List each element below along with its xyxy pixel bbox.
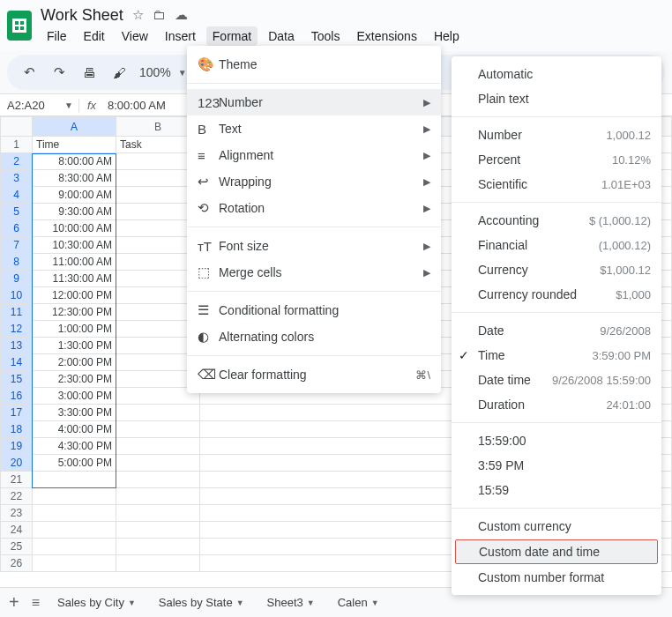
row-header-6[interactable]: 6 — [1, 220, 33, 237]
row-header-23[interactable]: 23 — [1, 505, 33, 522]
format-menu-merge-cells[interactable]: ⬚ Merge cells▶ — [187, 259, 441, 286]
format-menu-conditional-formatting[interactable]: ☰ Conditional formatting — [187, 297, 441, 323]
cell-B22[interactable] — [116, 488, 200, 505]
row-header-22[interactable]: 22 — [1, 488, 33, 505]
row-header-25[interactable]: 25 — [1, 539, 33, 555]
row-header-16[interactable]: 16 — [1, 388, 33, 405]
format-menu-number[interactable]: 123 Number▶ — [187, 89, 441, 115]
col-header-A[interactable]: A — [33, 117, 116, 137]
row-header-9[interactable]: 9 — [1, 271, 33, 287]
cell-A8[interactable]: 11:00:00 AM — [33, 254, 116, 271]
cell-B23[interactable] — [116, 505, 200, 522]
sheet-tab-sheet3[interactable]: Sheet3▼ — [262, 592, 320, 613]
menu-file[interactable]: File — [41, 26, 73, 46]
row-header-21[interactable]: 21 — [1, 472, 33, 488]
cell-A22[interactable] — [33, 488, 116, 505]
menu-tools[interactable]: Tools — [305, 26, 347, 46]
number-format-currency[interactable]: Currency$1,000.12 — [452, 257, 661, 282]
number-format-date-time[interactable]: Date time9/26/2008 15:59:00 — [452, 368, 661, 392]
fx-icon[interactable]: fx — [79, 99, 104, 112]
row-header-19[interactable]: 19 — [1, 438, 33, 455]
document-title[interactable]: Work Sheet — [41, 6, 123, 25]
row-header-3[interactable]: 3 — [1, 170, 33, 187]
sheet-tab-sales-by-state[interactable]: Sales by State▼ — [153, 592, 250, 613]
cell-A25[interactable] — [33, 539, 116, 555]
cell-A17[interactable]: 3:30:00 PM — [33, 405, 116, 421]
row-header-17[interactable]: 17 — [1, 405, 33, 421]
caret-down-icon[interactable]: ▼ — [64, 100, 73, 110]
number-format-automatic[interactable]: Automatic — [452, 62, 661, 86]
cell-A21[interactable] — [33, 472, 116, 488]
row-header-15[interactable]: 15 — [1, 371, 33, 388]
number-format-financial[interactable]: Financial(1,000.12) — [452, 233, 661, 257]
number-format-plain-text[interactable]: Plain text — [452, 86, 661, 111]
cell-A18[interactable]: 4:00:00 PM — [33, 421, 116, 438]
number-format-currency-rounded[interactable]: Currency rounded$1,000 — [452, 282, 661, 307]
format-menu-alternating-colors[interactable]: ◐ Alternating colors — [187, 323, 441, 350]
name-box[interactable]: A2:A20 ▼ — [0, 99, 79, 112]
cell-A16[interactable]: 3:00:00 PM — [33, 388, 116, 405]
cell-A7[interactable]: 10:30:00 AM — [33, 237, 116, 254]
undo-button[interactable]: ↶ — [16, 59, 42, 85]
menu-view[interactable]: View — [116, 26, 154, 46]
select-all-corner[interactable] — [1, 117, 33, 137]
row-header-12[interactable]: 12 — [1, 321, 33, 338]
star-icon[interactable]: ☆ — [132, 7, 144, 23]
zoom-caret-icon[interactable]: ▼ — [178, 68, 187, 78]
format-menu-rotation[interactable]: ⟲ Rotation▶ — [187, 195, 441, 221]
number-format-15-59-00[interactable]: 15:59:00 — [452, 428, 661, 453]
format-menu-theme[interactable]: 🎨 Theme — [187, 51, 441, 78]
cell-A24[interactable] — [33, 522, 116, 539]
format-menu-wrapping[interactable]: ↩ Wrapping▶ — [187, 168, 441, 195]
cell-B24[interactable] — [116, 522, 200, 539]
paint-format-button[interactable]: 🖌 — [106, 59, 132, 85]
cell-A3[interactable]: 8:30:00 AM — [33, 170, 116, 187]
cell-A14[interactable]: 2:00:00 PM — [33, 354, 116, 371]
number-format-accounting[interactable]: Accounting$ (1,000.12) — [452, 208, 661, 233]
cell-A19[interactable]: 4:30:00 PM — [33, 438, 116, 455]
cell-A6[interactable]: 10:00:00 AM — [33, 220, 116, 237]
caret-down-icon[interactable]: ▼ — [236, 598, 244, 607]
row-header-26[interactable]: 26 — [1, 555, 33, 572]
cell-A12[interactable]: 1:00:00 PM — [33, 321, 116, 338]
format-menu-alignment[interactable]: ≡ Alignment▶ — [187, 142, 441, 168]
cell-A26[interactable] — [33, 555, 116, 572]
row-header-10[interactable]: 10 — [1, 287, 33, 304]
row-header-8[interactable]: 8 — [1, 254, 33, 271]
number-format-percent[interactable]: Percent10.12% — [452, 147, 661, 172]
menu-format[interactable]: Format — [206, 26, 258, 46]
row-header-14[interactable]: 14 — [1, 354, 33, 371]
menu-data[interactable]: Data — [262, 26, 301, 46]
number-format-time[interactable]: ✓Time3:59:00 PM — [452, 343, 661, 368]
row-header-20[interactable]: 20 — [1, 455, 33, 472]
caret-down-icon[interactable]: ▼ — [307, 598, 315, 607]
number-format-duration[interactable]: Duration24:01:00 — [452, 392, 661, 417]
cell-B26[interactable] — [116, 555, 200, 572]
number-format-15-59[interactable]: 15:59 — [452, 478, 661, 502]
number-format-scientific[interactable]: Scientific1.01E+03 — [452, 172, 661, 197]
cell-B20[interactable] — [116, 455, 200, 472]
row-header-11[interactable]: 11 — [1, 304, 33, 321]
cell-A10[interactable]: 12:00:00 PM — [33, 287, 116, 304]
row-header-13[interactable]: 13 — [1, 338, 33, 354]
cell-A4[interactable]: 9:00:00 AM — [33, 187, 116, 204]
number-format-number[interactable]: Number1,000.12 — [452, 123, 661, 147]
cell-A9[interactable]: 11:30:00 AM — [33, 271, 116, 287]
caret-down-icon[interactable]: ▼ — [128, 598, 136, 607]
cell-B21[interactable] — [116, 472, 200, 488]
format-menu-clear-formatting[interactable]: ⌫ Clear formatting⌘\ — [187, 361, 441, 388]
move-icon[interactable]: 🗀 — [153, 7, 166, 23]
print-button[interactable]: 🖶 — [76, 59, 102, 85]
add-sheet-button[interactable]: + — [9, 592, 19, 613]
cell-A5[interactable]: 9:30:00 AM — [33, 204, 116, 220]
row-header-1[interactable]: 1 — [1, 137, 33, 153]
row-header-4[interactable]: 4 — [1, 187, 33, 204]
cell-B17[interactable] — [116, 405, 200, 421]
cell-A20[interactable]: 5:00:00 PM — [33, 455, 116, 472]
number-format-custom-currency[interactable]: Custom currency — [452, 514, 661, 539]
number-format-custom-date-and-time[interactable]: Custom date and time — [455, 539, 658, 564]
formula-value[interactable]: 8:00:00 AM — [104, 99, 166, 112]
zoom-dropdown[interactable]: 100% — [136, 65, 175, 79]
cell-A23[interactable] — [33, 505, 116, 522]
sheets-logo[interactable] — [7, 11, 32, 41]
